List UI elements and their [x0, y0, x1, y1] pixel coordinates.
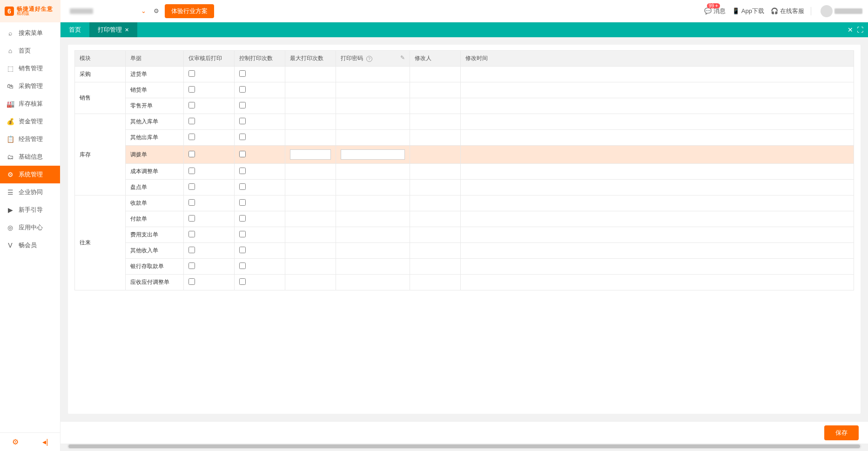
audit-only-checkbox[interactable] — [188, 215, 195, 222]
sidebar-item-home[interactable]: ⌂首页 — [0, 42, 60, 60]
cell-control-count — [235, 275, 285, 290]
audit-only-checkbox[interactable] — [188, 102, 195, 108]
cell-modify-time — [460, 164, 854, 180]
sidebar-item-basic[interactable]: 🗂基础信息 — [0, 148, 60, 166]
control-count-checkbox[interactable] — [239, 263, 246, 269]
save-button[interactable]: 保存 — [824, 425, 859, 440]
cell-doc: 付款单 — [125, 211, 184, 227]
control-count-checkbox[interactable] — [239, 102, 246, 108]
help-icon[interactable]: ? — [366, 56, 372, 62]
sidebar-item-appcenter[interactable]: ◎应用中心 — [0, 219, 60, 236]
fullscreen-icon[interactable]: ⛶ — [857, 26, 863, 34]
cell-doc: 销货单 — [125, 82, 184, 98]
cell-modify-time — [460, 195, 854, 211]
sidebar-item-label: 首页 — [19, 47, 31, 55]
cell-password — [336, 195, 410, 211]
online-service-button[interactable]: 🎧 在线客服 — [771, 7, 804, 15]
sidebar-item-guide[interactable]: ▶新手引导 — [0, 201, 60, 219]
audit-only-checkbox[interactable] — [188, 183, 195, 190]
tabs-close-all-icon[interactable]: ✕ — [848, 26, 853, 34]
control-count-checkbox[interactable] — [239, 86, 246, 93]
control-count-checkbox[interactable] — [239, 231, 246, 237]
edit-icon[interactable]: ✎ — [400, 54, 405, 61]
max-count-input[interactable] — [290, 149, 331, 160]
audit-only-checkbox[interactable] — [188, 70, 195, 77]
control-count-checkbox[interactable] — [239, 199, 246, 206]
cell-audit-only — [184, 146, 235, 164]
audit-only-checkbox[interactable] — [188, 231, 195, 237]
sidebar-item-search[interactable]: ⌕搜索菜单 — [0, 24, 60, 42]
brand-logo[interactable]: 6 畅捷通好生意 精易版 — [0, 0, 61, 22]
horizontal-scrollbar[interactable] — [67, 444, 861, 449]
cell-max-count — [285, 211, 336, 227]
print-manage-panel: 模块 单据 仅审核后打印 控制打印次数 最大打印次数 打印密码 ? ✎ 修改人 — [68, 45, 861, 414]
cell-doc: 银行存取款单 — [125, 259, 184, 275]
audit-only-checkbox[interactable] — [188, 86, 195, 93]
audit-only-checkbox[interactable] — [188, 168, 195, 174]
cell-audit-only — [184, 98, 235, 114]
control-count-checkbox[interactable] — [239, 183, 246, 190]
cell-max-count — [285, 195, 336, 211]
control-count-checkbox[interactable] — [239, 278, 246, 285]
control-count-checkbox[interactable] — [239, 134, 246, 140]
sidebar-item-system[interactable]: ⚙系统管理 — [0, 166, 60, 183]
try-industry-button[interactable]: 体验行业方案 — [165, 4, 214, 18]
cell-doc: 进货单 — [125, 67, 184, 82]
cell-max-count — [285, 98, 336, 114]
audit-only-checkbox[interactable] — [188, 247, 195, 253]
cell-max-count — [285, 146, 336, 164]
user-menu[interactable] — [818, 5, 862, 17]
control-count-checkbox[interactable] — [239, 168, 246, 174]
cell-modify-time — [460, 130, 854, 146]
sidebar-item-biz[interactable]: 📋经营管理 — [0, 130, 60, 148]
control-count-checkbox[interactable] — [239, 70, 246, 77]
tab-print[interactable]: 打印管理✕ — [89, 22, 137, 37]
gear-icon[interactable]: ⚙ — [154, 7, 159, 14]
col-doc: 单据 — [125, 51, 184, 67]
cell-max-count — [285, 67, 336, 82]
audit-only-checkbox[interactable] — [188, 199, 195, 206]
control-count-checkbox[interactable] — [239, 151, 246, 157]
tab-home[interactable]: 首页 — [61, 22, 89, 37]
control-count-checkbox[interactable] — [239, 118, 246, 124]
app-download-label: App下载 — [741, 7, 764, 15]
sidebar-item-label: 搜索菜单 — [19, 29, 43, 37]
cell-control-count — [235, 164, 285, 180]
cell-control-count — [235, 114, 285, 130]
sidebar-item-finance[interactable]: 💰资金管理 — [0, 113, 60, 130]
cell-max-count — [285, 227, 336, 243]
password-input[interactable] — [341, 149, 405, 160]
sidebar-item-coop[interactable]: ☰企业协同 — [0, 183, 60, 201]
sidebar-item-label: 销售管理 — [19, 64, 43, 73]
brand-edition: 精易版 — [17, 12, 53, 16]
app-download-button[interactable]: 📱 App下载 — [732, 7, 764, 15]
table-row: 成本调整单 — [75, 164, 854, 180]
cell-max-count — [285, 180, 336, 195]
audit-only-checkbox[interactable] — [188, 134, 195, 140]
sidebar-item-stock[interactable]: 🏭库存核算 — [0, 95, 60, 113]
control-count-checkbox[interactable] — [239, 247, 246, 253]
sidebar-item-member[interactable]: V畅会员 — [0, 236, 60, 254]
audit-only-checkbox[interactable] — [188, 151, 195, 157]
messages-button[interactable]: 99 + 💬 消息 — [704, 7, 726, 15]
cell-max-count — [285, 164, 336, 180]
audit-only-checkbox[interactable] — [188, 263, 195, 269]
close-icon[interactable]: ✕ — [125, 27, 129, 33]
collapse-icon[interactable]: ◂| — [42, 438, 48, 446]
col-control-count: 控制打印次数 — [235, 51, 285, 67]
audit-only-checkbox[interactable] — [188, 278, 195, 285]
cell-control-count — [235, 98, 285, 114]
table-row: 费用支出单 — [75, 227, 854, 243]
control-count-checkbox[interactable] — [239, 215, 246, 222]
cell-modifier — [410, 275, 460, 290]
audit-only-checkbox[interactable] — [188, 118, 195, 124]
sidebar-item-purchase[interactable]: 🛍采购管理 — [0, 77, 60, 95]
cell-password — [336, 82, 410, 98]
sales-icon: ⬚ — [7, 65, 14, 72]
settings-icon[interactable]: ⚙ — [12, 438, 19, 446]
cell-control-count — [235, 130, 285, 146]
org-selector[interactable]: ⌄ — [66, 4, 150, 18]
col-modify-time: 修改时间 — [460, 51, 854, 67]
sidebar-item-label: 经营管理 — [19, 135, 43, 143]
sidebar-item-sales[interactable]: ⬚销售管理 — [0, 60, 60, 77]
